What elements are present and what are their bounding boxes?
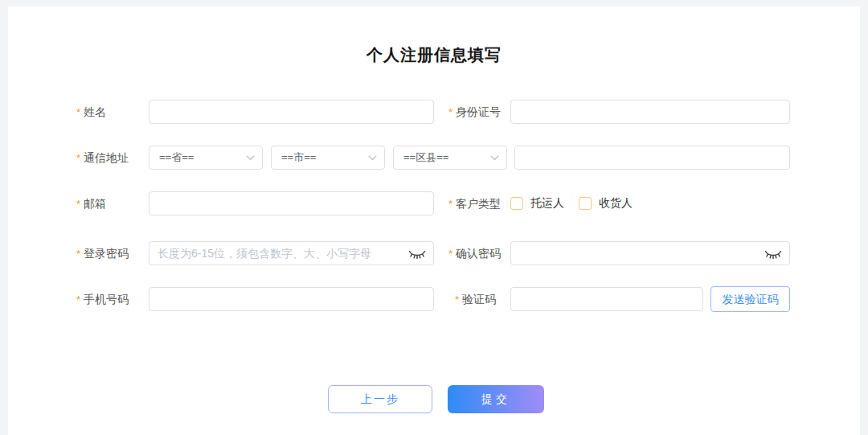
customer-type-label: *客户类型 <box>448 191 501 216</box>
required-marker: * <box>76 152 80 164</box>
email-label: *邮箱 <box>76 191 106 216</box>
checkbox-icon[interactable] <box>579 197 592 210</box>
eye-closed-icon[interactable] <box>408 248 426 263</box>
confirm-password-label: *确认密码 <box>448 241 501 266</box>
province-select[interactable]: ==省== <box>149 146 263 170</box>
row-passwords: *登录密码 *确认密码 <box>8 241 860 265</box>
required-marker: * <box>76 248 80 260</box>
required-marker: * <box>76 293 80 306</box>
required-marker: * <box>448 248 452 260</box>
checkbox-shipper[interactable]: 托运人 <box>510 196 564 211</box>
row-name-id: *姓名 *身份证号 <box>8 100 860 124</box>
registration-card: 个人注册信息填写 *姓名 *身份证号 *通信地址 ==省== ==市== ==区… <box>8 6 860 435</box>
confirm-password-field <box>510 241 790 265</box>
checkbox-consignee-label: 收货人 <box>599 196 633 211</box>
chevron-down-icon <box>490 155 499 161</box>
phone-input[interactable] <box>149 287 434 311</box>
captcha-label: *验证码 <box>455 287 496 312</box>
checkbox-shipper-label: 托运人 <box>530 196 564 211</box>
address-label: *通信地址 <box>76 146 129 170</box>
required-marker: * <box>448 106 452 118</box>
required-marker: * <box>76 198 80 210</box>
address-detail-input[interactable] <box>514 146 790 170</box>
login-password-field <box>149 241 434 265</box>
checkbox-icon[interactable] <box>510 197 523 210</box>
id-number-input[interactable] <box>510 100 790 124</box>
phone-label: *手机号码 <box>76 287 129 312</box>
province-select-value: ==省== <box>159 150 194 165</box>
name-input[interactable] <box>149 100 434 124</box>
login-password-label: *登录密码 <box>76 241 129 266</box>
row-phone-captcha: *手机号码 *验证码 发送验证码 <box>8 287 860 311</box>
send-captcha-button[interactable]: 发送验证码 <box>710 286 790 312</box>
id-number-label: *身份证号 <box>448 100 501 125</box>
required-marker: * <box>448 198 452 210</box>
name-label: *姓名 <box>76 100 106 125</box>
login-password-input[interactable] <box>149 241 434 265</box>
confirm-password-input[interactable] <box>510 241 790 265</box>
district-select-value: ==区县== <box>403 150 448 165</box>
submit-button[interactable]: 提交 <box>448 385 544 413</box>
city-select[interactable]: ==市== <box>271 146 385 170</box>
checkbox-consignee[interactable]: 收货人 <box>579 196 633 211</box>
customer-type-options: 托运人 收货人 <box>510 191 647 215</box>
required-marker: * <box>455 293 459 306</box>
row-email-type: *邮箱 *客户类型 托运人 收货人 <box>8 191 860 215</box>
district-select[interactable]: ==区县== <box>393 146 507 170</box>
email-input[interactable] <box>149 191 434 215</box>
required-marker: * <box>76 106 80 118</box>
chevron-down-icon <box>246 155 255 161</box>
previous-step-button[interactable]: 上一步 <box>328 385 432 413</box>
eye-closed-icon[interactable] <box>764 248 782 263</box>
chevron-down-icon <box>368 155 377 161</box>
page-title: 个人注册信息填写 <box>8 44 860 66</box>
row-address: *通信地址 ==省== ==市== ==区县== <box>8 146 860 170</box>
captcha-input[interactable] <box>510 287 703 311</box>
city-select-value: ==市== <box>281 150 316 165</box>
